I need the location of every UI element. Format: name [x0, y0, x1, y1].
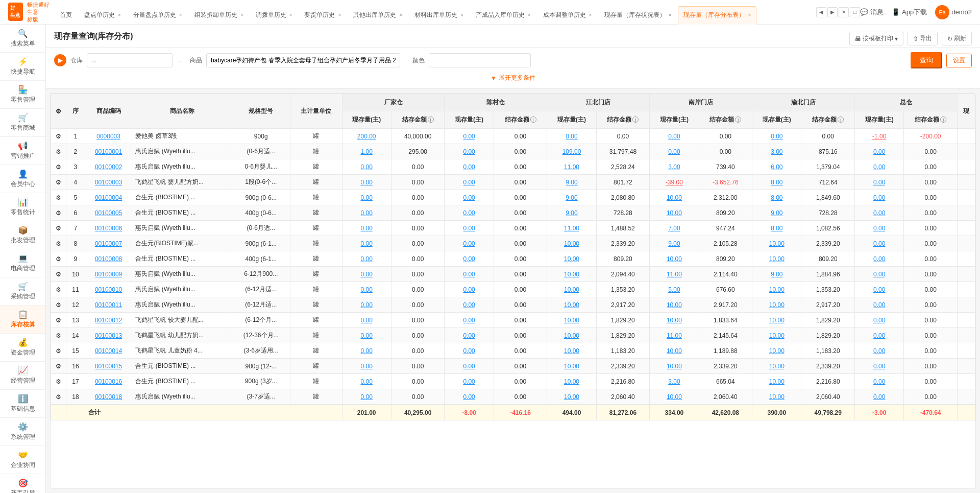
cell-settings[interactable]: ⚙ — [51, 328, 66, 343]
print-btn[interactable]: 🖶 按模板打印 ▾ — [849, 32, 903, 45]
row-settings-icon[interactable]: ⚙ — [56, 332, 61, 339]
row-settings-icon[interactable]: ⚙ — [56, 179, 61, 186]
sidebar-item-14[interactable]: ⚙️系统管理 — [0, 418, 45, 446]
tab-close-icon[interactable]: × — [669, 12, 672, 18]
cell-settings[interactable]: ⚙ — [51, 297, 66, 313]
nav-tab-9[interactable]: 成本调整单历史× — [537, 6, 598, 25]
nav-prev-btn[interactable]: ◀ — [816, 7, 826, 17]
sidebar-item-13[interactable]: ℹ️基础信息 — [0, 390, 45, 418]
tab-close-icon[interactable]: × — [460, 12, 463, 18]
query-btn[interactable]: 查询 — [911, 52, 942, 68]
col-settings-header[interactable]: ⚙ — [51, 94, 66, 129]
filter-collapse-btn[interactable]: ▶ — [54, 54, 66, 66]
cell-settings[interactable]: ⚙ — [51, 221, 66, 236]
refresh-btn[interactable]: ↻ 刷新 — [942, 32, 972, 45]
cell-settings[interactable]: ⚙ — [51, 205, 66, 221]
row-settings-icon[interactable]: ⚙ — [56, 317, 61, 324]
sidebar-item-11[interactable]: 💰资金管理 — [0, 334, 45, 362]
cell-settings[interactable]: ⚙ — [51, 374, 66, 389]
user-area[interactable]: Ea demo2 — [935, 5, 972, 19]
settings-btn[interactable]: 设置 — [946, 54, 972, 67]
sidebar-item-6[interactable]: 📊零售统计 — [0, 193, 45, 221]
nav-tab-2[interactable]: 分量盘点单历史× — [128, 6, 188, 25]
nav-tab-5[interactable]: 要货单历史× — [299, 6, 347, 25]
row-settings-icon[interactable]: ⚙ — [56, 378, 61, 385]
tab-close-icon[interactable]: × — [399, 12, 402, 18]
info-icon-2[interactable]: i — [530, 116, 536, 123]
row-settings-icon[interactable]: ⚙ — [56, 163, 61, 171]
sidebar-item-10[interactable]: 📋库存核算 — [0, 306, 45, 334]
cell-settings[interactable]: ⚙ — [51, 313, 66, 328]
info-icon-4[interactable]: i — [735, 116, 741, 123]
sidebar-item-5[interactable]: 👤会员中心 — [0, 165, 45, 193]
nav-tab-10[interactable]: 现存量（库存状况表）× — [599, 6, 677, 25]
nav-tab-6[interactable]: 其他出库单历史× — [348, 6, 408, 25]
row-settings-icon[interactable]: ⚙ — [56, 393, 61, 401]
sidebar-item-15[interactable]: 🤝企业协同 — [0, 446, 45, 474]
cell-settings[interactable]: ⚙ — [51, 343, 66, 359]
sidebar-item-7[interactable]: 📦批发管理 — [0, 221, 45, 249]
row-settings-icon[interactable]: ⚙ — [56, 363, 61, 370]
nav-tab-0[interactable]: 首页 — [54, 6, 78, 25]
nav-expand-btn[interactable]: □ — [850, 7, 860, 17]
cell-settings[interactable]: ⚙ — [51, 389, 66, 405]
sidebar-item-3[interactable]: 🛒零售商城 — [0, 109, 45, 137]
sidebar-item-9[interactable]: 🛒采购管理 — [0, 277, 45, 306]
row-settings-icon[interactable]: ⚙ — [56, 301, 61, 309]
row-settings-icon[interactable]: ⚙ — [56, 133, 61, 140]
cell-settings[interactable]: ⚙ — [51, 267, 66, 282]
cell-settings[interactable]: ⚙ — [51, 159, 66, 175]
cell-settings[interactable]: ⚙ — [51, 129, 66, 144]
warehouse-input[interactable] — [87, 53, 173, 67]
row-settings-icon[interactable]: ⚙ — [56, 194, 61, 201]
cell-settings[interactable]: ⚙ — [51, 251, 66, 267]
tab-close-icon[interactable]: × — [179, 12, 182, 18]
app-download-btn[interactable]: 📱 App下载 — [892, 8, 927, 17]
sidebar-item-1[interactable]: ⚡快捷导航 — [0, 53, 45, 81]
cell-settings[interactable]: ⚙ — [51, 282, 66, 297]
info-icon-6[interactable]: i — [940, 116, 946, 123]
row-settings-icon[interactable]: ⚙ — [56, 255, 61, 263]
tab-close-icon[interactable]: × — [748, 12, 751, 18]
message-btn[interactable]: 💬 消息 — [860, 8, 884, 17]
nav-tab-3[interactable]: 组装拆卸单历史× — [189, 6, 249, 25]
row-settings-icon[interactable]: ⚙ — [56, 225, 61, 232]
info-icon-1[interactable]: i — [428, 116, 434, 123]
goods-input[interactable] — [206, 53, 400, 67]
info-icon-3[interactable]: i — [632, 116, 639, 123]
info-icon-5[interactable]: i — [838, 116, 844, 123]
tab-close-icon[interactable]: × — [338, 12, 341, 18]
cell-settings[interactable]: ⚙ — [51, 190, 66, 205]
row-settings-icon[interactable]: ⚙ — [56, 209, 61, 217]
tab-close-icon[interactable]: × — [240, 12, 243, 18]
cell-settings[interactable]: ⚙ — [51, 359, 66, 374]
nav-tab-1[interactable]: 盘点单历史× — [79, 6, 127, 25]
tab-close-icon[interactable]: × — [118, 12, 121, 18]
sidebar-item-0[interactable]: 🔍搜索英单 — [0, 25, 45, 53]
sidebar-item-12[interactable]: 📈经营管理 — [0, 362, 45, 390]
cell-settings[interactable]: ⚙ — [51, 144, 66, 159]
nav-tab-7[interactable]: 材料出库单历史× — [409, 6, 469, 25]
tab-close-icon[interactable]: × — [589, 12, 592, 18]
tab-close-icon[interactable]: × — [528, 12, 531, 18]
color-input[interactable] — [429, 53, 531, 67]
cell-settings[interactable]: ⚙ — [51, 175, 66, 190]
expand-more-btn[interactable]: ▼ 展开更多条件 — [54, 72, 972, 84]
sidebar-item-8[interactable]: 💻电商管理 — [0, 249, 45, 277]
nav-tab-4[interactable]: 调拨单历史× — [250, 6, 298, 25]
sidebar-item-4[interactable]: 📢营销推广 — [0, 137, 45, 165]
row-settings-icon[interactable]: ⚙ — [56, 286, 61, 293]
row-settings-icon[interactable]: ⚙ — [56, 271, 61, 278]
row-settings-icon[interactable]: ⚙ — [56, 347, 61, 355]
cell-settings[interactable]: ⚙ — [51, 236, 66, 251]
row-settings-icon[interactable]: ⚙ — [56, 148, 61, 155]
export-btn[interactable]: ⇧ 导出 — [908, 32, 938, 45]
nav-close-btn[interactable]: ✕ — [839, 7, 849, 17]
tab-close-icon[interactable]: × — [289, 12, 292, 18]
nav-tab-11[interactable]: 现存量（库存分布表）× — [678, 6, 756, 25]
nav-tab-8[interactable]: 产成品入库单历史× — [470, 6, 536, 25]
row-settings-icon[interactable]: ⚙ — [56, 240, 61, 247]
sidebar-item-2[interactable]: 🏪零售管理 — [0, 81, 45, 109]
nav-next-btn[interactable]: ▶ — [827, 7, 838, 17]
sidebar-item-16[interactable]: 🎯新手引导 — [0, 474, 45, 493]
